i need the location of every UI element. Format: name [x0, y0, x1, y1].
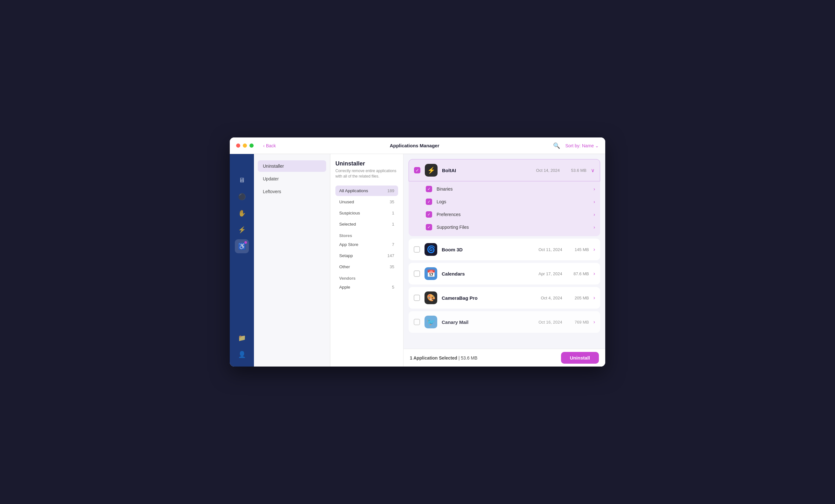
face-icon: 👤	[238, 351, 246, 358]
back-button[interactable]: ‹ Back	[263, 143, 276, 148]
filter-apple-count: 5	[392, 285, 394, 289]
chevron-right-icon-boom3d: ›	[593, 247, 595, 252]
checkbox-boom3d[interactable]	[414, 246, 420, 253]
sidebar: 🖥 ⚫ ✋ ⚡ ♿ 📁 👤	[230, 154, 254, 366]
app-size-canarymail: 769 MB	[570, 320, 589, 325]
filter-unused-label: Unused	[339, 200, 354, 204]
sidebar-icon-face[interactable]: 👤	[235, 347, 249, 361]
app-icon-calendars: 📅	[425, 267, 437, 280]
app-icon-camerabag: 🎨	[425, 291, 437, 304]
checkbox-camerabag[interactable]	[414, 295, 420, 301]
uninstall-button[interactable]: Uninstall	[561, 352, 599, 364]
app-row-calendars[interactable]: 📅 Calendars Apr 17, 2024 87.6 MB ›	[409, 263, 600, 284]
filter-selected-label: Selected	[339, 222, 356, 226]
sub-checkbox-preferences[interactable]: ✓	[426, 211, 432, 218]
filter-apple[interactable]: Apple 5	[335, 282, 398, 293]
title-actions: 🔍 Sort by: Name ⌄	[553, 142, 599, 149]
expanded-section-boltai: ✓ Binaries › ✓ Logs › ✓ Preferences › ✓ …	[409, 181, 600, 236]
sidebar-icon-privacy[interactable]: ⚫	[235, 190, 249, 204]
filter-other-count: 35	[390, 264, 394, 269]
block-icon: ✋	[238, 209, 246, 217]
app-size-boom3d: 145 MB	[570, 247, 589, 252]
app-row-boom3d[interactable]: 🌀 Boom 3D Oct 11, 2024 145 MB ›	[409, 239, 600, 260]
window-title: Applications Manager	[276, 143, 553, 148]
checkbox-boltai[interactable]: ✓	[414, 167, 420, 174]
close-button[interactable]	[236, 143, 240, 148]
filter-unused[interactable]: Unused 35	[335, 197, 398, 207]
title-bar: ‹ Back Applications Manager 🔍 Sort by: N…	[230, 138, 605, 154]
filter-app-store[interactable]: App Store 7	[335, 239, 398, 250]
app-row-canarymail[interactable]: 🐦 Canary Mail Oct 16, 2024 769 MB ›	[409, 311, 600, 333]
sort-by-label: Sort by:	[565, 143, 581, 148]
sidebar-icon-lightning[interactable]: ⚡	[235, 223, 249, 237]
sidebar-item-updater[interactable]: Updater	[258, 173, 326, 184]
checkbox-calendars[interactable]	[414, 270, 420, 277]
status-bar: 1 Application Selected | 53.6 MB Uninsta…	[404, 349, 605, 366]
app-row-camerabag[interactable]: 🎨 CameraBag Pro Oct 4, 2024 205 MB ›	[409, 287, 600, 309]
sub-checkbox-binaries[interactable]: ✓	[426, 186, 432, 192]
app-name-calendars: Calendars	[442, 271, 538, 277]
main-window: ‹ Back Applications Manager 🔍 Sort by: N…	[230, 138, 605, 366]
uninstaller-label: Uninstaller	[263, 164, 284, 169]
sort-by-control[interactable]: Sort by: Name ⌄	[565, 143, 599, 148]
sub-checkbox-logs[interactable]: ✓	[426, 199, 432, 205]
sub-chevron-logs: ›	[593, 199, 595, 204]
chevron-right-icon-canarymail: ›	[593, 319, 595, 325]
filter-other[interactable]: Other 35	[335, 262, 398, 272]
sidebar-item-uninstaller[interactable]: Uninstaller	[258, 160, 326, 172]
app-name-camerabag: CameraBag Pro	[442, 295, 541, 301]
app-name-boom3d: Boom 3D	[442, 247, 538, 252]
privacy-icon: ⚫	[238, 193, 246, 200]
sidebar-icon-disk[interactable]: 🖥	[235, 173, 249, 187]
filter-suspicious[interactable]: Suspicious 1	[335, 208, 398, 218]
checkbox-canarymail[interactable]	[414, 319, 420, 325]
app-icon-boom3d: 🌀	[425, 243, 437, 256]
app-icon-boltai: ⚡	[425, 164, 437, 177]
leftovers-label: Leftovers	[263, 189, 281, 194]
sub-chevron-binaries: ›	[593, 186, 595, 191]
disk-icon: 🖥	[239, 177, 245, 184]
accessibility-icon: ♿	[238, 242, 246, 250]
sub-item-supporting-files[interactable]: ✓ Supporting Files ›	[409, 221, 600, 234]
sidebar-item-leftovers[interactable]: Leftovers	[258, 186, 326, 197]
app-icon-canarymail: 🐦	[425, 316, 437, 328]
main-panel: ✓ ⚡ BoltAI Oct 14, 2024 53.6 MB ∨ ✓ Bina…	[404, 154, 605, 366]
sidebar-icon-block[interactable]: ✋	[235, 206, 249, 220]
filter-selected[interactable]: Selected 1	[335, 219, 398, 229]
sub-chevron-preferences: ›	[593, 212, 595, 217]
sub-item-binaries[interactable]: ✓ Binaries ›	[409, 183, 600, 195]
app-date-boom3d: Oct 11, 2024	[538, 247, 562, 252]
sub-item-preferences[interactable]: ✓ Preferences ›	[409, 208, 600, 221]
filter-other-label: Other	[339, 264, 350, 269]
app-date-boltai: Oct 14, 2024	[536, 168, 560, 173]
app-row-boltai[interactable]: ✓ ⚡ BoltAI Oct 14, 2024 53.6 MB ∨	[409, 159, 600, 181]
traffic-lights	[236, 143, 253, 148]
sidebar-icon-accessibility[interactable]: ♿	[235, 239, 249, 253]
sidebar-icon-disk2[interactable]: 📁	[235, 331, 249, 345]
sub-checkbox-supporting-files[interactable]: ✓	[426, 224, 432, 230]
minimize-button[interactable]	[243, 143, 247, 148]
panel-title: Uninstaller	[335, 160, 398, 167]
back-chevron-icon: ‹	[263, 143, 265, 148]
status-text: 1 Application Selected | 53.6 MB	[410, 356, 561, 361]
filter-suspicious-count: 1	[392, 210, 394, 216]
filter-selected-count: 1	[392, 222, 394, 226]
filter-unused-count: 35	[390, 200, 394, 204]
chevron-right-icon-calendars: ›	[593, 271, 595, 277]
filter-setapp[interactable]: Setapp 147	[335, 250, 398, 261]
sub-label-supporting-files: Supporting Files	[436, 225, 593, 230]
sub-item-logs[interactable]: ✓ Logs ›	[409, 195, 600, 208]
search-button[interactable]: 🔍	[553, 142, 560, 149]
filter-setapp-label: Setapp	[339, 253, 353, 258]
filter-all-applications[interactable]: All Applications 189	[335, 185, 398, 196]
updater-label: Updater	[263, 176, 279, 181]
sub-label-binaries: Binaries	[436, 186, 593, 191]
maximize-button[interactable]	[249, 143, 253, 148]
app-date-calendars: Apr 17, 2024	[538, 271, 562, 276]
filter-setapp-count: 147	[387, 253, 394, 258]
app-list: ✓ ⚡ BoltAI Oct 14, 2024 53.6 MB ∨ ✓ Bina…	[404, 154, 605, 349]
sub-label-logs: Logs	[436, 199, 593, 204]
app-date-canarymail: Oct 16, 2024	[538, 320, 562, 325]
sub-chevron-supporting-files: ›	[593, 225, 595, 230]
status-size: 53.6 MB	[461, 356, 477, 361]
